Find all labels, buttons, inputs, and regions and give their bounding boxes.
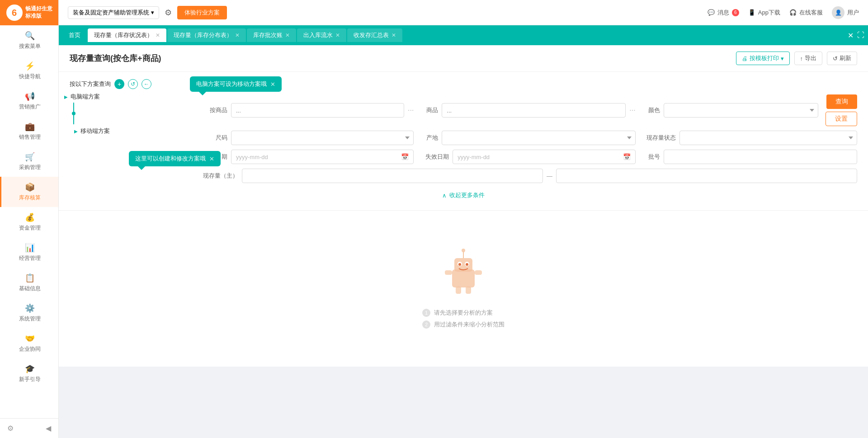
refresh-scheme-btn[interactable]: ↺ <box>128 79 138 89</box>
settings-gear-icon[interactable]: ⚙ <box>165 8 172 18</box>
add-scheme-btn[interactable]: + <box>114 79 124 89</box>
tip-num-1: 1 <box>422 309 430 317</box>
size-field: 尺码 <box>203 131 414 145</box>
settings-icon[interactable]: ⚙ <box>7 424 14 433</box>
sidebar-item-marketing[interactable]: 📢 营销推广 <box>0 86 58 116</box>
goods-dots[interactable]: ··· <box>629 106 635 114</box>
sidebar-label-system: 系统管理 <box>19 315 41 323</box>
warehouse-input[interactable] <box>231 103 404 118</box>
add-scheme-tooltip: 电脑方案可设为移动方案哦 ✕ <box>190 76 282 92</box>
stock-status-field: 现存量状态 <box>646 131 857 145</box>
expand-btn[interactable]: ⛶ <box>857 31 864 39</box>
expand-icon: ▶ <box>64 94 68 99</box>
empty-illustration <box>439 247 488 298</box>
batch-label: 批号 <box>646 153 660 161</box>
sidebar-label-quicknav: 快捷导航 <box>19 73 41 80</box>
refresh-icon: ↺ <box>833 55 838 62</box>
close-all-tabs-btn[interactable]: ✕ <box>848 31 854 40</box>
app-download-item[interactable]: 📱 App下载 <box>748 9 780 17</box>
sidebar-item-quicknav[interactable]: ⚡ 快捷导航 <box>0 56 58 86</box>
tab-batch-account[interactable]: 库存批次账 ✕ <box>247 28 296 42</box>
message-item[interactable]: 💬 消息 6 <box>708 9 739 17</box>
edit-scheme-popover: 这里可以创建和修改方案哦 ✕ <box>129 151 221 166</box>
scheme-tree: ▶ 电脑端方案 ▶ 移动端方案 <box>59 91 115 137</box>
topbar-right: 💬 消息 6 📱 App下载 🎧 在线客服 👤 用户 <box>708 6 859 19</box>
connector-line-bottom <box>73 115 74 124</box>
tab-inout-flow[interactable]: 出入库流水 ✕ <box>297 28 346 42</box>
svg-point-4 <box>458 263 461 266</box>
support-item[interactable]: 🎧 在线客服 <box>789 9 823 17</box>
tabbar-actions: ✕ ⛶ <box>848 31 864 40</box>
template-print-btn[interactable]: 🖨 按模板打印 ▾ <box>736 52 790 65</box>
sidebar-item-basic[interactable]: 📋 基础信息 <box>0 268 58 298</box>
refresh-btn[interactable]: ↺ 刷新 <box>827 52 857 65</box>
scheme-mobile-item[interactable]: ▶ 移动端方案 <box>74 125 110 137</box>
support-label: 在线客服 <box>799 9 823 17</box>
prod-date-placeholder: yyyy-mm-dd <box>236 154 268 160</box>
tab-home[interactable]: 首页 <box>62 28 87 42</box>
edit-scheme-tooltip-close[interactable]: ✕ <box>209 155 214 162</box>
stock-range-dash: — <box>547 173 552 179</box>
export-btn[interactable]: ↑ 导出 <box>794 52 823 65</box>
origin-select[interactable] <box>442 131 635 145</box>
page-header: 现存量查询(按仓库+商品) 🖨 按模板打印 ▾ ↑ 导出 ↺ 刷新 <box>59 45 868 72</box>
sidebar-item-enterprise[interactable]: 🤝 企业协同 <box>0 328 58 358</box>
tab-inventory-status[interactable]: 现存量（库存状况表） ✕ <box>88 28 166 42</box>
expiry-date-picker[interactable]: yyyy-mm-dd 📅 <box>453 150 635 164</box>
scheme-pc-label: 电脑端方案 <box>71 93 100 101</box>
sidebar-item-sales[interactable]: 💼 销售管理 <box>0 116 58 146</box>
collapse-icon[interactable]: ◀ <box>46 424 51 433</box>
search-main-btn[interactable]: 查询 <box>826 94 857 109</box>
goods-field: 商品 ··· <box>425 103 635 118</box>
sidebar-nav: 🔍 搜索菜单 ⚡ 快捷导航 📢 营销推广 💼 销售管理 🛒 采购管理 📦 库存核… <box>0 25 58 418</box>
tab-inventory-dist[interactable]: 现存量（库存分布表） ✕ <box>167 28 246 42</box>
sidebar-icon-enterprise: 🤝 <box>25 334 35 344</box>
goods-input[interactable] <box>442 103 626 118</box>
sidebar-label-finance: 资金管理 <box>19 224 41 232</box>
connector-dot <box>72 112 75 115</box>
batch-input[interactable] <box>664 150 857 164</box>
sidebar-item-system[interactable]: ⚙️ 系统管理 <box>0 298 58 328</box>
settings-main-btn[interactable]: 设置 <box>826 112 857 126</box>
tab-inout-flow-close[interactable]: ✕ <box>335 32 340 38</box>
sidebar-item-purchase[interactable]: 🛒 采购管理 <box>0 146 58 177</box>
system-selector[interactable]: 装备及固定资产辅助管理系统 ▾ <box>68 6 159 19</box>
sidebar-icon-inventory: 📦 <box>25 182 35 192</box>
tab-batch-account-close[interactable]: ✕ <box>285 32 290 38</box>
sidebar-item-search[interactable]: 🔍 搜索菜单 <box>0 25 58 56</box>
color-field: 颜色 查询 设置 <box>646 94 857 126</box>
search-section-label: 按以下方案查询 <box>70 80 111 88</box>
warehouse-dots[interactable]: ··· <box>408 106 414 114</box>
app-label: App下载 <box>758 9 780 17</box>
sidebar-item-inventory[interactable]: 📦 库存核算 <box>0 177 58 207</box>
sidebar-label-marketing: 营销推广 <box>19 103 41 111</box>
sidebar-item-finance[interactable]: 💰 资金管理 <box>0 207 58 237</box>
svg-rect-6 <box>445 270 452 275</box>
tab-recv-summary[interactable]: 收发存汇总表 ✕ <box>347 28 402 42</box>
message-label: 消息 <box>717 9 729 17</box>
sidebar-item-operations[interactable]: 📊 经营管理 <box>0 237 58 268</box>
expiry-date-placeholder: yyyy-mm-dd <box>458 154 490 160</box>
user-item[interactable]: 👤 用户 <box>832 6 859 19</box>
stock-status-select[interactable] <box>679 131 857 145</box>
stock-main-to[interactable] <box>556 169 857 183</box>
color-select[interactable] <box>664 103 818 118</box>
scheme-pc-item[interactable]: ▶ 电脑端方案 <box>64 91 110 103</box>
back-scheme-btn[interactable]: ← <box>142 79 151 89</box>
tip-num-2: 2 <box>422 320 430 329</box>
tab-recv-summary-close[interactable]: ✕ <box>392 32 396 38</box>
tab-batch-account-label: 库存批次账 <box>253 31 283 39</box>
svg-rect-7 <box>475 270 482 275</box>
experience-btn[interactable]: 体验行业方案 <box>177 6 227 19</box>
chevron-down-icon: ▾ <box>151 9 154 16</box>
sidebar-item-newbie[interactable]: 🎓 新手引导 <box>0 358 58 389</box>
svg-point-11 <box>462 249 465 252</box>
add-scheme-tooltip-close[interactable]: ✕ <box>270 81 275 88</box>
size-select[interactable] <box>231 131 414 145</box>
sidebar-label-sales: 销售管理 <box>19 133 41 141</box>
prod-date-picker[interactable]: yyyy-mm-dd 📅 <box>231 150 414 164</box>
tab-inventory-status-close[interactable]: ✕ <box>156 32 160 38</box>
collapse-btn[interactable]: ∧ 收起更多条件 <box>70 188 857 203</box>
tab-inventory-dist-close[interactable]: ✕ <box>235 32 240 38</box>
stock-main-from[interactable] <box>242 169 543 183</box>
